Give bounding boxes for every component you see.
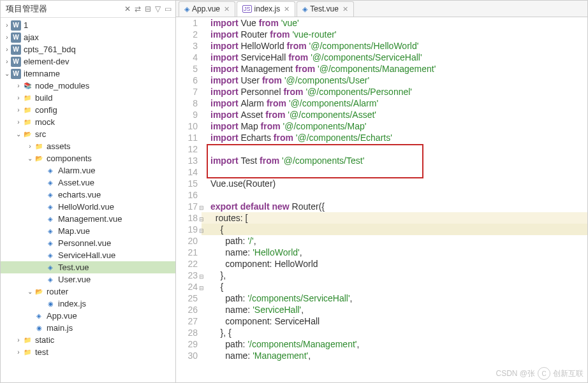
line-number: 24⊟ <box>176 281 198 293</box>
tree-item[interactable]: ›📚node_modules <box>1 80 175 92</box>
code-line[interactable]: import HelloWorld from '@/components/Hel… <box>202 40 587 52</box>
tree-item[interactable]: ›📁assets <box>1 140 175 152</box>
line-number: 22 <box>176 258 198 270</box>
code-line[interactable]: { <box>202 281 587 293</box>
tree-item-label: User.vue <box>58 275 91 284</box>
close-tab-icon[interactable]: ✕ <box>342 5 348 13</box>
code-line[interactable]: name: 'HelloWorld', <box>202 247 587 258</box>
tree-item[interactable]: ›Wajax <box>1 31 175 43</box>
tree-item-label: static <box>35 335 54 345</box>
link-icon[interactable]: ⇄ <box>135 4 141 13</box>
tree-item[interactable]: ⌄📂src <box>1 128 175 140</box>
tree-item[interactable]: ◉main.js <box>1 322 175 334</box>
tree-item[interactable]: ›Wcpts_761_bdq <box>1 43 175 55</box>
tree-item[interactable]: ⌄Witemname <box>1 68 175 80</box>
code-line[interactable]: path: '/components/ServiceHall', <box>202 293 587 304</box>
line-number: 21 <box>176 247 198 258</box>
code-line[interactable]: import User from '@/components/User' <box>202 75 587 86</box>
tree-item[interactable]: ›📁mock <box>1 116 175 128</box>
expand-arrow-icon[interactable]: ⌄ <box>26 155 34 162</box>
view-menu-icon[interactable]: ▭ <box>165 4 172 13</box>
expand-arrow-icon[interactable]: › <box>15 336 22 343</box>
tree-item[interactable]: ◈Management.vue <box>1 213 175 225</box>
tree-item[interactable]: ◈App.vue <box>1 310 175 322</box>
code-area[interactable]: 1234567891011121314151617⊟18⊟19⊟20212223… <box>176 17 587 382</box>
expand-arrow-icon[interactable]: ⌄ <box>26 288 34 295</box>
line-number: 23⊟ <box>176 270 198 281</box>
code-line[interactable]: import Map from '@/components/Map' <box>202 120 587 132</box>
code-line[interactable]: component: HelloWorld <box>202 258 587 270</box>
tab-label: App.vue <box>192 4 220 13</box>
code-line[interactable]: { <box>202 224 587 235</box>
close-tab-icon[interactable]: ✕ <box>224 5 230 13</box>
expand-arrow-icon[interactable]: › <box>15 82 22 89</box>
expand-arrow-icon[interactable]: › <box>15 349 22 356</box>
code-line[interactable]: }, { <box>202 327 587 338</box>
code-line[interactable] <box>202 166 587 178</box>
code-line[interactable]: name: 'Management', <box>202 350 587 361</box>
tree-item[interactable]: ⌄📂components <box>1 152 175 164</box>
tree-item[interactable]: ›W1 <box>1 19 175 31</box>
code-line[interactable]: import ServiceHall from '@/components/Se… <box>202 52 587 63</box>
tree-item[interactable]: ◈Map.vue <box>1 225 175 237</box>
code-line[interactable]: export default new Router({ <box>202 201 587 212</box>
code-line[interactable]: import Vue from 'vue' <box>202 17 587 29</box>
code-line[interactable]: import Alarm from '@/components/Alarm' <box>202 98 587 109</box>
tree-item[interactable]: ⌄📂router <box>1 285 175 298</box>
tree-item[interactable]: ◈User.vue <box>1 273 175 285</box>
minimize-icon[interactable]: ▽ <box>155 4 161 13</box>
code-line[interactable]: path: '/components/Management', <box>202 338 587 350</box>
tree-item-label: itemname <box>24 69 60 78</box>
code-line[interactable] <box>202 143 587 155</box>
code-line[interactable]: Vue.use(Router) <box>202 178 587 189</box>
close-icon[interactable]: ✕ <box>124 4 131 13</box>
code-line[interactable]: import Management from '@/components/Man… <box>202 63 587 75</box>
tree-item[interactable]: ›📁test <box>1 346 175 358</box>
tree-item-label: ajax <box>24 33 39 42</box>
code-line[interactable]: name: 'ServiceHall', <box>202 304 587 315</box>
tree-item[interactable]: ›📁static <box>1 334 175 346</box>
editor-tab[interactable]: ◈App.vue✕ <box>179 1 235 17</box>
code-line[interactable]: }, <box>202 270 587 281</box>
expand-arrow-icon[interactable]: › <box>3 58 11 65</box>
tree-item[interactable]: ◈ServiceHall.vue <box>1 249 175 261</box>
tree-item[interactable]: ◈Personnel.vue <box>1 237 175 249</box>
tree-item[interactable]: ◈echarts.vue <box>1 189 175 201</box>
close-tab-icon[interactable]: ✕ <box>284 5 290 13</box>
code-line[interactable]: import Test from '@/components/Test' <box>202 155 587 166</box>
expand-arrow-icon[interactable]: ⌄ <box>15 131 22 138</box>
tree-item[interactable]: ◉index.js <box>1 298 175 310</box>
collapse-icon[interactable]: ⊟ <box>145 4 151 13</box>
code-line[interactable]: routes: [ <box>202 212 587 224</box>
expand-arrow-icon[interactable]: › <box>3 46 11 53</box>
tree-item[interactable]: ◈HelloWorld.vue <box>1 201 175 213</box>
code-line[interactable]: import Echarts from '@/components/Echart… <box>202 132 587 143</box>
editor-tab[interactable]: JSindex.js✕ <box>237 1 295 17</box>
code-line[interactable]: import Router from 'vue-router' <box>202 29 587 40</box>
tree-item[interactable]: ›📁config <box>1 104 175 116</box>
code-line[interactable]: path: '/', <box>202 235 587 247</box>
expand-arrow-icon[interactable]: › <box>3 34 11 41</box>
code-content[interactable]: import Vue from 'vue'import Router from … <box>202 17 587 382</box>
tree-item[interactable]: ›📁build <box>1 92 175 104</box>
expand-arrow-icon[interactable]: › <box>15 106 22 113</box>
tree-item[interactable]: ◈Asset.vue <box>1 177 175 189</box>
tree-item[interactable]: ›Welement-dev <box>1 55 175 68</box>
code-line[interactable]: component: ServiceHall <box>202 315 587 327</box>
expand-arrow-icon[interactable]: ⌄ <box>3 70 11 77</box>
line-number: 30 <box>176 350 198 361</box>
tree-item-label: components <box>47 154 92 163</box>
tree-item[interactable]: ◈Alarm.vue <box>1 164 175 177</box>
expand-arrow-icon[interactable]: › <box>15 94 22 101</box>
line-number: 25 <box>176 293 198 304</box>
expand-arrow-icon[interactable]: › <box>26 143 34 150</box>
expand-arrow-icon[interactable]: › <box>15 119 22 126</box>
code-line[interactable]: import Asset from '@/components/Asset' <box>202 109 587 120</box>
file-tree[interactable]: ›W1›Wajax›Wcpts_761_bdq›Welement-dev⌄Wit… <box>1 18 175 382</box>
editor-tab[interactable]: ◈Test.vue✕ <box>297 1 354 17</box>
tree-item[interactable]: ◈Test.vue <box>1 261 175 273</box>
line-number: 15 <box>176 178 198 189</box>
code-line[interactable]: import Personnel from '@/components/Pers… <box>202 86 587 98</box>
code-line[interactable] <box>202 189 587 201</box>
expand-arrow-icon[interactable]: › <box>3 22 11 29</box>
